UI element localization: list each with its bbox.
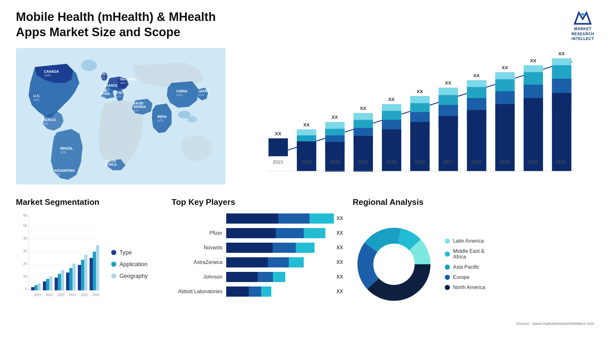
svg-rect-64 (382, 129, 401, 171)
svg-rect-52 (325, 142, 345, 172)
bar-wrapper-johnson (226, 272, 334, 282)
bar-chart-container: 2021 XX 2022 XX 2023 XX (238, 48, 594, 185)
players-panel: Top Key Players XX (172, 197, 343, 318)
svg-text:ARGENTINA: ARGENTINA (54, 169, 75, 172)
svg-text:XX: XX (473, 73, 480, 78)
bottom-section: Market Segmentation 0 10 20 30 40 50 (16, 197, 594, 318)
donut-svg (353, 223, 435, 306)
svg-rect-118 (31, 287, 34, 290)
geography-dot (111, 273, 116, 279)
player-name-johnson: Johnson (172, 274, 222, 280)
type-dot (111, 250, 116, 255)
svg-rect-126 (55, 278, 58, 290)
bar-wrapper-0 (226, 213, 334, 224)
svg-rect-130 (66, 273, 69, 290)
svg-text:SOUTH: SOUTH (105, 159, 116, 163)
svg-text:xx%: xx% (176, 93, 182, 97)
svg-text:2022: 2022 (301, 159, 312, 165)
player-bar-abbott: XX (226, 286, 343, 297)
player-xx-0: XX (336, 216, 343, 221)
svg-rect-120 (37, 283, 41, 290)
legend-asia-pacific: Asia Pacific (445, 264, 485, 270)
north-america-label: North America (453, 285, 485, 290)
bar-wrapper-pfizer (226, 228, 334, 238)
svg-rect-124 (49, 276, 52, 290)
player-name-abbott: Abbott Laboratories (172, 289, 222, 294)
svg-text:U.S.: U.S. (33, 94, 40, 98)
svg-text:2024: 2024 (358, 159, 368, 165)
svg-text:CANADA: CANADA (44, 70, 59, 73)
player-name-novartis: Novartis (172, 245, 222, 251)
svg-rect-128 (61, 270, 64, 290)
svg-text:2022: 2022 (46, 293, 53, 297)
seg-chart-svg: 0 10 20 30 40 50 60 (16, 211, 105, 306)
svg-text:xx%: xx% (100, 96, 106, 99)
page-container: Mobile Health (mHealth) & MHealth Apps M… (0, 0, 610, 364)
player-xx-novartis: XX (336, 245, 343, 251)
svg-text:2021: 2021 (273, 159, 283, 165)
svg-text:XX: XX (360, 105, 366, 111)
svg-text:40: 40 (23, 236, 27, 240)
regional-panel: Regional Analysis (353, 197, 594, 318)
world-map: CANADA xx% U.S. xx% MEXICO xx% BRAZIL xx… (16, 48, 226, 185)
svg-text:xx%: xx% (54, 173, 60, 176)
svg-point-3 (81, 60, 97, 71)
bar-wrapper-astrazeneca (226, 257, 334, 267)
player-bar-pfizer: XX (226, 228, 343, 238)
svg-text:XX: XX (417, 89, 423, 94)
legend-application: Application (111, 261, 148, 268)
svg-text:XX: XX (303, 122, 309, 127)
table-row: Abbott Laboratories XX (172, 286, 343, 297)
source-text: Source : www.marketresearchintellect.com (16, 321, 594, 326)
svg-rect-138 (90, 258, 93, 290)
application-dot (111, 262, 116, 267)
svg-rect-140 (96, 245, 99, 290)
legend-europe: Europe (445, 274, 485, 280)
svg-text:xx%: xx% (120, 81, 125, 84)
svg-text:XX: XX (388, 97, 395, 102)
svg-text:2026: 2026 (415, 159, 425, 165)
svg-text:2027: 2027 (443, 159, 453, 165)
svg-text:XX: XX (332, 114, 338, 120)
svg-text:xx%: xx% (157, 119, 163, 122)
segmentation-content: 0 10 20 30 40 50 60 (16, 211, 162, 318)
svg-text:2026: 2026 (92, 293, 100, 297)
svg-rect-123 (46, 279, 49, 290)
svg-text:2025: 2025 (386, 159, 396, 165)
svg-text:2023: 2023 (58, 293, 65, 297)
player-xx-abbott: XX (336, 289, 343, 294)
players-title: Top Key Players (172, 197, 343, 207)
svg-rect-131 (69, 268, 72, 290)
latin-america-dot (445, 239, 450, 244)
logo-area: MARKETRESEARCHINTELLECT (572, 10, 594, 42)
table-row: Pfizer XX (172, 228, 343, 238)
svg-text:CHINA: CHINA (176, 89, 187, 93)
logo-text: MARKETRESEARCHINTELLECT (572, 27, 594, 42)
map-svg: CANADA xx% U.S. xx% MEXICO xx% BRAZIL xx… (16, 48, 226, 185)
svg-text:2029: 2029 (499, 159, 510, 165)
table-row: Johnson XX (172, 272, 343, 282)
svg-text:U.K.: U.K. (100, 72, 106, 76)
svg-rect-132 (72, 264, 76, 290)
svg-rect-58 (354, 136, 373, 172)
svg-text:xx%: xx% (99, 76, 105, 79)
svg-point-1 (581, 13, 584, 16)
svg-text:60: 60 (23, 213, 27, 217)
player-bar-astrazeneca: XX (226, 257, 343, 267)
svg-rect-46 (297, 141, 316, 171)
svg-text:2023: 2023 (329, 159, 340, 165)
svg-text:2028: 2028 (471, 159, 482, 165)
svg-text:INDIA: INDIA (157, 115, 167, 118)
header: Mobile Health (mHealth) & MHealth Apps M… (16, 10, 594, 42)
player-bar-novartis: XX (226, 243, 343, 253)
svg-rect-119 (34, 285, 37, 290)
legend-middle-east: Middle East &Africa (445, 248, 485, 260)
svg-text:XX: XX (558, 51, 565, 56)
svg-text:20: 20 (23, 262, 27, 266)
asia-pacific-label: Asia Pacific (453, 264, 479, 270)
table-row: Novartis XX (172, 243, 343, 253)
svg-text:2031: 2031 (556, 159, 567, 165)
svg-rect-139 (93, 252, 96, 290)
svg-text:XX: XX (275, 131, 281, 136)
svg-text:GERMANY: GERMANY (120, 78, 136, 81)
